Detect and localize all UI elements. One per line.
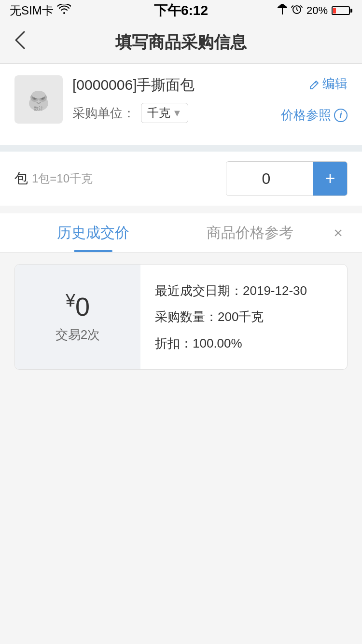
history-details: 最近成交日期：2019-12-30 采购数量：200千克 折扣：100.00%: [140, 265, 347, 369]
close-icon: ×: [334, 224, 343, 241]
product-card: 数计 [0000006]手撕面包 采购单位： 千克 ▼: [0, 64, 362, 145]
quantity-plus-button[interactable]: +: [313, 162, 347, 196]
unit-label: 采购单位：: [72, 105, 135, 122]
unit-value: 千克: [147, 105, 170, 121]
currency-symbol: ¥: [66, 291, 75, 310]
info-icon: i: [334, 109, 348, 122]
time-display: 下午6:12: [154, 1, 208, 20]
svg-point-8: [32, 91, 45, 98]
wifi-icon: [57, 4, 71, 17]
tab-price-ref-label: 商品价格参考: [207, 223, 293, 243]
tabs-close-button[interactable]: ×: [329, 219, 348, 247]
dropdown-arrow-icon: ▼: [172, 108, 182, 119]
product-name: [0000006]手撕面包: [72, 75, 195, 95]
recent-date-value: 2019-12-30: [243, 283, 307, 298]
tabs-row: 历史成交价 商品价格参考: [14, 213, 329, 252]
svg-text:数计: 数计: [34, 106, 43, 111]
product-info: [0000006]手撕面包 采购单位： 千克 ▼: [72, 75, 195, 123]
price-value: 0: [75, 292, 90, 321]
nav-bar: 填写商品采购信息: [0, 21, 362, 64]
page-title: 填写商品采购信息: [115, 31, 247, 54]
discount-value: 100.00%: [193, 336, 242, 350]
history-card: ¥0 交易2次 最近成交日期：2019-12-30 采购数量：200千克 折扣：…: [14, 264, 348, 370]
network-label: 无SIM卡: [10, 3, 54, 18]
quantity-row: 包 1包=10千克 +: [0, 152, 362, 206]
tab-history-price[interactable]: 历史成交价: [14, 213, 172, 252]
product-actions: 编辑 价格参照 i: [281, 75, 348, 124]
product-thumbnail: 数计: [14, 75, 63, 124]
history-section: ¥0 交易2次 最近成交日期：2019-12-30 采购数量：200千克 折扣：…: [0, 252, 362, 381]
status-right: 20%: [278, 3, 352, 18]
main-content: 历史成交价 商品价格参考 × ¥0 交易2次 最近成交日期：2019-12-30: [0, 213, 362, 600]
battery-percent: 20%: [306, 4, 328, 17]
quantity-input-group: +: [226, 161, 348, 196]
tab-price-ref[interactable]: 商品价格参考: [172, 213, 329, 252]
tab-underline: [74, 250, 112, 252]
unit-name: 包: [14, 169, 28, 188]
edit-button[interactable]: 编辑: [309, 75, 348, 92]
discount-row: 折扣：100.00%: [155, 335, 333, 352]
discount-label: 折扣：: [155, 336, 193, 350]
recent-date-row: 最近成交日期：2019-12-30: [155, 282, 333, 299]
tab-history-label: 历史成交价: [57, 223, 129, 243]
tabs-container: 历史成交价 商品价格参考 ×: [0, 213, 362, 252]
price-ref-button[interactable]: 价格参照 i: [281, 107, 348, 124]
quantity-value: 200千克: [218, 309, 264, 324]
history-count: 交易2次: [56, 326, 100, 343]
status-left: 无SIM卡: [10, 3, 71, 18]
history-price-block: ¥0 交易2次: [15, 265, 140, 369]
quantity-input[interactable]: [226, 162, 313, 196]
back-button[interactable]: [14, 31, 25, 54]
edit-label: 编辑: [322, 75, 348, 92]
battery-icon: [332, 6, 352, 15]
location-icon: [278, 4, 287, 17]
quantity-label: 包 1包=10千克: [14, 169, 93, 188]
unit-hint: 1包=10千克: [32, 171, 93, 186]
purchase-quantity-row: 采购数量：200千克: [155, 308, 333, 325]
quantity-label-text: 采购数量：: [155, 309, 218, 324]
alarm-icon: [291, 3, 303, 18]
price-ref-label: 价格参照: [281, 107, 331, 124]
history-price: ¥0: [66, 291, 90, 322]
recent-date-label: 最近成交日期：: [155, 283, 243, 298]
section-divider: [0, 145, 362, 152]
unit-select[interactable]: 千克 ▼: [141, 103, 188, 123]
status-bar: 无SIM卡 下午6:12 20%: [0, 0, 362, 21]
